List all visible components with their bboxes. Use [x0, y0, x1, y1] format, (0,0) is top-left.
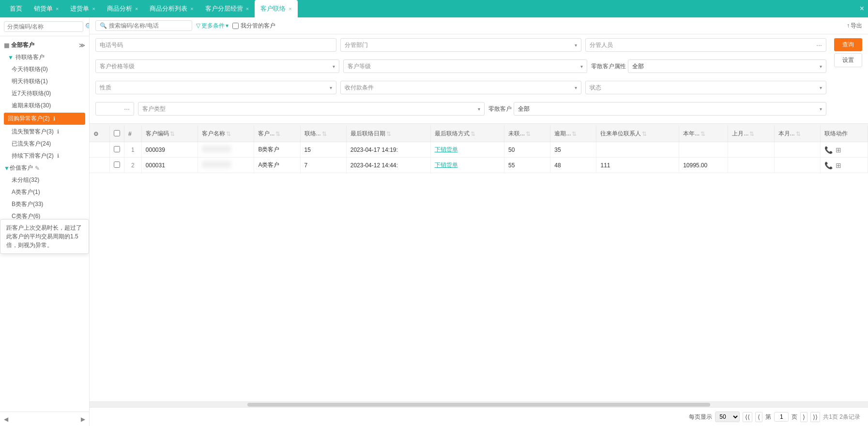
sidebar-item-repurchase-abnormal[interactable]: 回购异常客户(2) ℹ [4, 113, 85, 125]
sort-icon[interactable]: ⇅ [471, 131, 475, 137]
select-all-checkbox[interactable] [114, 130, 120, 136]
sidebar-item-7days-contact[interactable]: 近7天待联络(0) [0, 88, 89, 100]
more-conditions-button[interactable]: ▽ 更多条件 ▾ [196, 22, 228, 30]
scattered-customer-field[interactable]: 全部 ▾ [628, 59, 826, 73]
sort-icon[interactable]: ⇅ [226, 131, 231, 137]
row-action: 📞 ⊞ [820, 158, 868, 173]
division-person-field[interactable]: 分管人员 ··· [585, 38, 826, 52]
phone-action-icon[interactable]: 📞 [824, 146, 833, 154]
close-all-tabs-button[interactable]: × [860, 4, 864, 13]
search-icon: 🔍 [100, 22, 107, 29]
th-checkbox[interactable] [110, 126, 124, 142]
prev-page-button[interactable]: ⟨ [755, 412, 762, 422]
left-arrow-icon[interactable]: ◀ [4, 416, 8, 423]
division-dept-field[interactable]: 分管部门 ▾ [340, 38, 581, 52]
horizontal-scrollbar[interactable] [90, 401, 868, 407]
sidebar-item-today-contact[interactable]: 今天待联络(0) [0, 63, 89, 75]
sidebar-item-b-class[interactable]: B类客户(33) [0, 198, 89, 210]
sort-icon[interactable]: ⇅ [170, 131, 175, 137]
sort-icon[interactable]: ⇅ [572, 131, 577, 137]
row-checkbox[interactable] [110, 158, 124, 173]
row-last-contact-method[interactable]: 下销货单 [430, 158, 504, 173]
pending-contact-group[interactable]: ▼ 待联络客户 [0, 51, 89, 63]
close-icon[interactable]: × [56, 6, 59, 12]
nav-product-analysis[interactable]: 商品分析 × [101, 0, 144, 17]
edit-icon[interactable]: ✎ [35, 165, 40, 172]
info-icon[interactable]: ℹ [57, 153, 59, 159]
th-settings[interactable]: ⚙ [90, 126, 110, 142]
row-uncontacted: 50 [504, 142, 550, 158]
scroll-thumb[interactable] [247, 403, 710, 407]
close-icon[interactable]: × [92, 6, 95, 12]
first-page-button[interactable]: ⟨⟨ [743, 412, 752, 422]
price-level-field[interactable]: 客户价格等级 ▾ [95, 59, 339, 73]
ellipsis-icon[interactable]: ··· [816, 41, 822, 49]
row-this-year [679, 142, 728, 158]
export-button[interactable]: ↑ 导出 [847, 22, 862, 30]
sidebar-item-overdue-contact[interactable]: 逾期未联络(30) [0, 100, 89, 112]
sort-icon[interactable]: ⇅ [642, 131, 647, 137]
info-icon[interactable]: ℹ [53, 116, 55, 121]
query-button[interactable]: 查询 [834, 38, 862, 51]
sidebar-search-button[interactable]: 🔍 [85, 23, 90, 30]
customer-search-input[interactable] [109, 22, 188, 29]
info-icon[interactable]: ℹ [57, 129, 59, 134]
grid-icon: ▦ [4, 42, 9, 49]
sort-icon[interactable]: ⇅ [796, 131, 801, 137]
sort-icon[interactable]: ⇅ [275, 131, 280, 137]
nav-purchase[interactable]: 进货单 × [64, 0, 101, 17]
row-select-checkbox[interactable] [114, 162, 120, 168]
customer-level-field[interactable]: 客户等级 ▾ [343, 59, 587, 73]
more-action-icon[interactable]: ⊞ [836, 146, 841, 154]
nav-home[interactable]: 首页 [4, 0, 28, 17]
payment-terms-field[interactable]: 收付款条件 ▾ [340, 81, 581, 94]
ellipsis-icon[interactable]: ··· [124, 105, 130, 113]
phone-field[interactable]: 电话号码 [95, 38, 336, 52]
settings-button[interactable]: 设置 [834, 53, 862, 67]
sidebar-item-churn-warning[interactable]: 流失预警客户(3) ℹ [0, 126, 89, 138]
phone-action-icon[interactable]: 📞 [824, 162, 833, 169]
close-icon[interactable]: × [246, 6, 249, 12]
nature-field[interactable]: 性质 ▾ [95, 81, 336, 94]
sidebar-item-ungrouped[interactable]: 未分组(32) [0, 174, 89, 186]
status-field[interactable]: 状态 ▾ [585, 81, 826, 94]
more-field[interactable]: ··· [95, 102, 134, 116]
customer-type-field[interactable]: 客户类型 ▾ [138, 102, 485, 116]
sort-icon[interactable]: ⇅ [700, 131, 705, 137]
th-num: # [124, 126, 142, 142]
nav-sales[interactable]: 销货单 × [28, 0, 64, 17]
right-arrow-icon[interactable]: ▶ [81, 416, 85, 423]
link-sale-order[interactable]: 下销货单 [435, 162, 458, 168]
next-page-button[interactable]: ⟩ [800, 412, 807, 422]
current-page-input[interactable] [774, 412, 789, 422]
sidebar-item-churned[interactable]: 已流失客户(24) [0, 138, 89, 150]
sidebar-item-tomorrow-contact[interactable]: 明天待联络(1) [0, 75, 89, 88]
sidebar-search-input[interactable] [4, 21, 83, 32]
close-icon[interactable]: × [289, 6, 291, 12]
retail-customer-field[interactable]: 全部 ▾ [514, 102, 826, 116]
close-icon[interactable]: × [135, 6, 138, 12]
per-page-select[interactable]: 50 100 200 [715, 411, 740, 422]
row-select-checkbox[interactable] [114, 146, 120, 152]
collapse-icon[interactable]: ≫ [79, 42, 85, 49]
row-checkbox[interactable] [110, 142, 124, 158]
sidebar-item-a-class[interactable]: A类客户(1) [0, 186, 89, 198]
close-icon[interactable]: × [190, 6, 193, 12]
sort-icon[interactable]: ⇅ [386, 131, 391, 137]
more-action-icon[interactable]: ⊞ [836, 162, 841, 169]
link-sale-order[interactable]: 下销货单 [435, 146, 458, 153]
my-customers-checkbox[interactable] [232, 23, 239, 29]
sort-icon[interactable]: ⇅ [749, 131, 754, 137]
row-type: A类客户 [254, 158, 300, 173]
last-page-button[interactable]: ⟩⟩ [810, 412, 820, 422]
my-customers-checkbox-label[interactable]: 我分管的客户 [232, 22, 275, 30]
nav-customer-contact[interactable]: 客户联络 × [255, 0, 297, 17]
row-last-contact-method[interactable]: 下销货单 [430, 142, 504, 158]
value-customer-group[interactable]: ▼ 价值客户 ✎ [0, 162, 89, 174]
nav-product-analysis-list[interactable]: 商品分析列表 × [144, 0, 199, 17]
sort-icon[interactable]: ⇅ [322, 131, 327, 137]
all-customers-title[interactable]: ▦ 全部客户 ≫ [0, 39, 89, 51]
nav-customer-segmentation[interactable]: 客户分层经营 × [199, 0, 255, 17]
sort-icon[interactable]: ⇅ [526, 131, 531, 137]
sidebar-item-declining[interactable]: 持续下滑客户(2) ℹ [0, 150, 89, 162]
